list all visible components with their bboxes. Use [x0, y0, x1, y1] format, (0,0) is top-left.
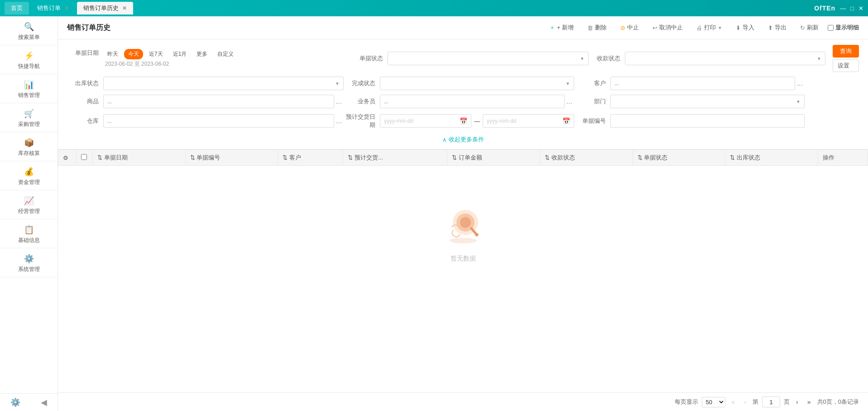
export-button[interactable]: ⬆ 导出 [763, 22, 791, 34]
close-btn[interactable]: ✕ [858, 5, 863, 12]
customer-more-icon[interactable]: ... [795, 79, 805, 87]
customer-label: 客户 [574, 79, 610, 87]
first-page-button[interactable]: « [729, 397, 738, 406]
refresh-button[interactable]: ↻ 刷新 [796, 22, 823, 34]
outbound-select[interactable]: ▼ [103, 77, 344, 90]
th-outbound-status-label: ⇅ 出库状态 [730, 154, 760, 161]
date-tag-today[interactable]: 今天 [124, 49, 143, 59]
export-icon: ⬆ [768, 24, 773, 31]
th-amount[interactable]: ⇅ 订单金额 [447, 150, 540, 166]
date-tag-1month[interactable]: 近1月 [169, 49, 191, 59]
stop-button[interactable]: ⊘ 中止 [616, 22, 643, 34]
page-num-label-suffix: 页 [784, 398, 790, 406]
collapse-filter-row[interactable]: ∧ 收起更多条件 [67, 134, 859, 144]
th-outbound-status[interactable]: ⇅ 出库状态 [725, 150, 818, 166]
dept-label: 部门 [574, 97, 610, 106]
sidebar-item-search-menu[interactable]: 🔍 搜索菜单 [0, 16, 58, 45]
show-detail-wrapper: 显示明细 [828, 24, 859, 32]
product-filter: 商品 ... [67, 95, 344, 108]
receipt-status-arrow-icon: ▼ [817, 56, 821, 61]
select-all-checkbox[interactable] [81, 154, 87, 160]
th-order-status[interactable]: ⇅ 单据状态 [633, 150, 725, 166]
date-tag-7days[interactable]: 近7天 [145, 49, 167, 59]
prev-page-button[interactable]: ‹ [741, 397, 749, 406]
sidebar-item-sys-mgmt[interactable]: ⚙️ 系统管理 [0, 248, 58, 277]
th-delivery-date[interactable]: ⇅ 预计交货... [343, 150, 447, 166]
warehouse-more-icon[interactable]: ... [334, 117, 344, 125]
print-button[interactable]: 🖨 打印 ▼ [692, 22, 727, 34]
th-receipt-status[interactable]: ⇅ 收款状态 [540, 150, 633, 166]
receipt-status-select[interactable]: ▼ [625, 52, 825, 65]
page-number-input[interactable] [762, 396, 780, 407]
delivery-date-end-input[interactable]: yyyy-mm-dd 📅 [483, 114, 574, 128]
new-button[interactable]: ＋ + 新增 [545, 22, 578, 34]
sidebar-item-basic-info[interactable]: 📋 基础信息 [0, 219, 58, 248]
cancel-stop-button[interactable]: ↩ 取消中止 [648, 22, 687, 34]
top-bar: 首页 销售订单 ✕ 销售订单历史 ✕ OfTEn — □ ✕ [0, 0, 868, 16]
date-tag-more[interactable]: 更多 [192, 49, 211, 59]
complete-select[interactable]: ▼ [380, 77, 574, 90]
tab-sales-order[interactable]: 销售订单 ✕ [31, 2, 75, 15]
delivery-date-label: 预计交货日期 [344, 113, 380, 129]
content-area: 销售订单历史 ＋ + 新增 🗑 删除 ⊘ 中止 ↩ 取消中止 [58, 16, 868, 411]
sidebar-item-sales-mgmt[interactable]: 📊 销售管理 [0, 74, 58, 103]
sidebar-item-inventory[interactable]: 📦 库存核算 [0, 132, 58, 161]
date-filter-value: 昨天 今天 近7天 近1月 更多 自定义 2023-06-02 至 2023-0… [103, 49, 238, 68]
order-status-select[interactable]: ▼ [388, 52, 588, 65]
date-tag-custom[interactable]: 自定义 [213, 49, 238, 59]
tab-sales-order-close[interactable]: ✕ [64, 5, 69, 11]
page-size-select[interactable]: 50 10 20 100 [702, 397, 725, 407]
sidebar-item-sales-mgmt-label: 销售管理 [18, 92, 40, 99]
dept-select[interactable]: ▼ [610, 95, 805, 108]
import-button[interactable]: ⬇ 导入 [731, 22, 759, 34]
salesperson-filter: 业务员 ... [344, 95, 574, 108]
tab-home[interactable]: 首页 [5, 2, 29, 15]
settings-button[interactable]: 设置 [833, 59, 859, 72]
sidebar-item-ops-mgmt[interactable]: 📈 经营管理 [0, 190, 58, 219]
collapse-up-icon: ∧ [442, 136, 447, 143]
warehouse-input[interactable] [103, 114, 334, 128]
product-more-icon[interactable]: ... [334, 97, 344, 106]
date-tag-yesterday[interactable]: 昨天 [103, 49, 122, 59]
cancel-stop-icon: ↩ [652, 24, 657, 31]
show-detail-checkbox[interactable] [828, 25, 834, 31]
delivery-date-start-input[interactable]: yyyy-mm-dd 📅 [380, 114, 471, 128]
sidebar-item-funds-mgmt[interactable]: 💰 资金管理 [0, 161, 58, 190]
sidebar-collapse-icon[interactable]: ◀ [41, 397, 47, 407]
minimize-btn[interactable]: — [840, 5, 846, 12]
sidebar-item-quick-nav-label: 快捷导航 [18, 63, 40, 70]
filter-row-2: 出库状态 ▼ 完成状态 ▼ 客户 ... [67, 77, 859, 90]
delete-button[interactable]: 🗑 删除 [583, 22, 611, 34]
th-settings[interactable]: ⚙ [58, 150, 77, 166]
calendar-start-icon: 📅 [460, 117, 467, 125]
sidebar-item-quick-nav[interactable]: ⚡ 快捷导航 [0, 45, 58, 74]
new-label: + 新增 [557, 24, 574, 32]
delivery-date-filter: 预计交货日期 yyyy-mm-dd 📅 — yyyy-mm-dd 📅 [344, 113, 574, 129]
action-buttons: 查询 设置 [833, 45, 859, 72]
salesperson-input[interactable] [380, 95, 565, 108]
maximize-btn[interactable]: □ [850, 5, 854, 12]
product-input[interactable] [103, 95, 334, 108]
tab-home-label: 首页 [11, 4, 23, 12]
customer-input[interactable] [610, 77, 795, 90]
th-date[interactable]: ⇅ 单据日期 [93, 150, 186, 166]
th-checkbox[interactable] [77, 150, 93, 166]
top-bar-right: OfTEn — □ ✕ [814, 5, 863, 12]
next-page-button[interactable]: › [793, 397, 801, 406]
date-separator: — [471, 118, 483, 125]
empty-state: 暂无数据 [58, 166, 868, 299]
th-receipt-status-label: ⇅ 收款状态 [545, 154, 575, 161]
th-customer[interactable]: ⇅ 客户 [278, 150, 343, 166]
sidebar-item-purchase-mgmt[interactable]: 🛒 采购管理 [0, 103, 58, 132]
order-no-input[interactable] [610, 114, 805, 128]
tab-sales-order-history-close[interactable]: ✕ [122, 5, 127, 11]
sidebar-settings-icon[interactable]: ⚙️ [10, 397, 20, 407]
salesperson-more-icon[interactable]: ... [565, 97, 574, 106]
last-page-button[interactable]: » [805, 397, 814, 406]
page-total-text: 共0页，0条记录 [817, 398, 859, 406]
th-order-no[interactable]: ⇅ 单据编号 [185, 150, 278, 166]
th-customer-label: ⇅ 客户 [283, 154, 301, 161]
page-title: 销售订单历史 [67, 23, 110, 33]
query-button[interactable]: 查询 [833, 45, 859, 58]
tab-sales-order-history[interactable]: 销售订单历史 ✕ [77, 2, 133, 15]
